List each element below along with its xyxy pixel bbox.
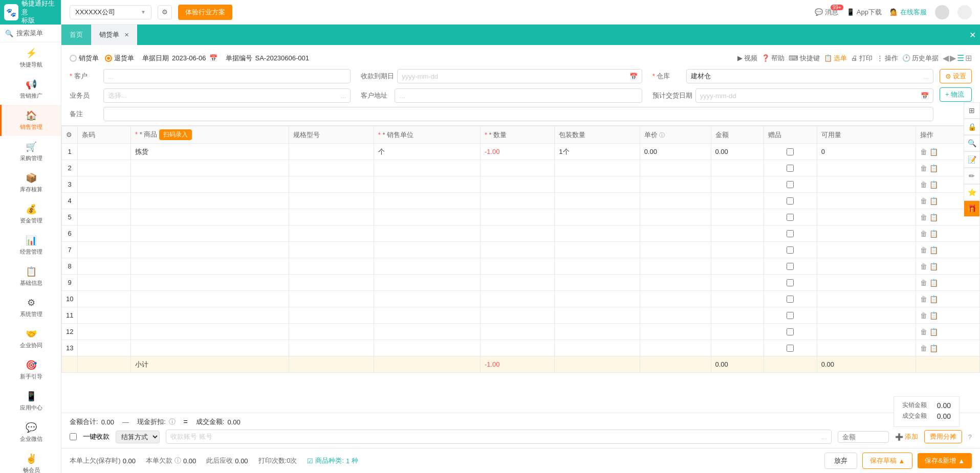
scan-button[interactable]: 扫码录入 xyxy=(159,129,192,140)
gift-checkbox-7[interactable] xyxy=(787,246,794,254)
gift-checkbox-9[interactable] xyxy=(787,279,794,286)
row-barcode-12[interactable] xyxy=(78,324,131,340)
close-tab-icon[interactable]: ✕ xyxy=(969,30,976,40)
gift-checkbox-1[interactable] xyxy=(787,148,794,155)
tab-home[interactable]: 首页 xyxy=(61,25,91,45)
tab-close-icon[interactable]: ✕ xyxy=(124,32,129,38)
calendar-icon3[interactable]: 📅 xyxy=(921,92,929,100)
save-draft-button[interactable]: 保存草稿 ▲ xyxy=(862,453,913,469)
row-barcode-13[interactable] xyxy=(78,340,131,356)
gift-checkbox-3[interactable] xyxy=(787,181,794,188)
row-qty-11[interactable] xyxy=(480,307,554,324)
expected-date-input[interactable]: yyyy-mm-dd 📅 xyxy=(695,88,933,103)
row-gift-7[interactable] xyxy=(764,242,817,258)
row-price-2[interactable] xyxy=(640,160,711,176)
row-gift-10[interactable] xyxy=(764,291,817,307)
sidebar-search[interactable]: 🔍 搜索菜单 xyxy=(0,25,61,42)
row-unit-6[interactable] xyxy=(374,226,480,242)
row-spec-13[interactable] xyxy=(289,340,374,356)
delete-row-6[interactable]: 🗑 xyxy=(920,230,927,238)
user-avatar[interactable] xyxy=(935,5,949,19)
row-unit-7[interactable] xyxy=(374,242,480,258)
goods-type[interactable]: ☑ 商品种类: 1 种 xyxy=(307,456,358,465)
row-pkg-qty-12[interactable] xyxy=(555,324,640,340)
row-barcode-11[interactable] xyxy=(78,307,131,324)
row-product-13[interactable] xyxy=(131,340,289,356)
row-amount-8[interactable] xyxy=(711,258,764,275)
row-amount-13[interactable] xyxy=(711,340,764,356)
operation-button[interactable]: ⋮ 操作 xyxy=(877,54,898,63)
row-gift-11[interactable] xyxy=(764,307,817,324)
row-spec-3[interactable] xyxy=(289,176,374,193)
row-barcode-3[interactable] xyxy=(78,176,131,193)
row-qty-13[interactable] xyxy=(480,340,554,356)
copy-row-13[interactable]: 📋 xyxy=(929,344,938,352)
row-price-10[interactable] xyxy=(640,291,711,307)
row-product-3[interactable] xyxy=(131,176,289,193)
row-unit-4[interactable] xyxy=(374,193,480,209)
float-btn-panel5[interactable]: ✏ xyxy=(964,168,980,184)
row-unit-10[interactable] xyxy=(374,291,480,307)
row-spec-11[interactable] xyxy=(289,307,374,324)
row-amount-6[interactable] xyxy=(711,226,764,242)
row-gift-13[interactable] xyxy=(764,340,817,356)
question-icon[interactable]: ⓘ xyxy=(169,417,176,426)
copy-row-12[interactable]: 📋 xyxy=(929,328,938,336)
row-unit-9[interactable] xyxy=(374,275,480,291)
row-barcode-6[interactable] xyxy=(78,226,131,242)
row-gift-5[interactable] xyxy=(764,209,817,226)
row-pkg-qty-8[interactable] xyxy=(555,258,640,275)
row-amount-4[interactable] xyxy=(711,193,764,209)
row-amount-7[interactable] xyxy=(711,242,764,258)
col-gear-header[interactable]: ⚙ xyxy=(62,126,78,144)
salesperson-input[interactable]: 选择... ... xyxy=(103,88,351,103)
row-gift-1[interactable] xyxy=(764,144,817,160)
copy-row-6[interactable]: 📋 xyxy=(929,230,938,238)
row-price-7[interactable] xyxy=(640,242,711,258)
row-spec-12[interactable] xyxy=(289,324,374,340)
row-gift-8[interactable] xyxy=(764,258,817,275)
history-button[interactable]: 🕐 历史单据 xyxy=(902,54,939,63)
calendar-icon[interactable]: 📅 xyxy=(209,54,217,62)
print-button[interactable]: 🖨 打印 xyxy=(851,54,873,63)
row-spec-8[interactable] xyxy=(289,258,374,275)
sidebar-item-business[interactable]: 📊经营管理 xyxy=(0,230,61,261)
row-pkg-qty-10[interactable] xyxy=(555,291,640,307)
delete-row-11[interactable]: 🗑 xyxy=(920,311,927,320)
fee-split-button[interactable]: 费用分摊 xyxy=(924,430,962,443)
gift-checkbox-4[interactable] xyxy=(787,197,794,205)
app-download-button[interactable]: 📱 App下载 xyxy=(846,8,882,17)
sidebar-item-quick-nav[interactable]: ⚡快捷导航 xyxy=(0,42,61,74)
copy-row-8[interactable]: 📋 xyxy=(929,262,938,271)
delete-row-12[interactable]: 🗑 xyxy=(920,328,927,336)
gift-checkbox-12[interactable] xyxy=(787,328,794,335)
row-barcode-8[interactable] xyxy=(78,258,131,275)
row-price-1[interactable]: 0.00 xyxy=(640,144,711,160)
row-qty-5[interactable] xyxy=(480,209,554,226)
row-qty-4[interactable] xyxy=(480,193,554,209)
delete-row-10[interactable]: 🗑 xyxy=(920,295,927,303)
row-barcode-5[interactable] xyxy=(78,209,131,226)
due-date-input[interactable]: yyyy-mm-dd 📅 xyxy=(397,69,642,83)
settings-button[interactable]: ⚙ 设置 xyxy=(940,69,972,83)
amount-input[interactable] xyxy=(838,431,889,443)
row-gift-6[interactable] xyxy=(764,226,817,242)
row-unit-1[interactable]: 个 xyxy=(374,144,480,160)
one-click-pay-checkbox[interactable] xyxy=(70,433,77,440)
copy-row-10[interactable]: 📋 xyxy=(929,295,938,303)
float-btn-panel2[interactable]: 🔒 xyxy=(964,119,980,135)
gift-checkbox-2[interactable] xyxy=(787,165,794,172)
logistics-button[interactable]: + 物流 xyxy=(940,87,972,102)
row-spec-10[interactable] xyxy=(289,291,374,307)
grid-view-icon[interactable]: ⊞ xyxy=(965,53,972,63)
row-product-9[interactable] xyxy=(131,275,289,291)
delete-row-4[interactable]: 🗑 xyxy=(920,197,927,205)
next-page-icon[interactable]: ▶ xyxy=(950,53,956,63)
row-pkg-qty-6[interactable] xyxy=(555,226,640,242)
row-barcode-10[interactable] xyxy=(78,291,131,307)
row-product-7[interactable] xyxy=(131,242,289,258)
row-price-11[interactable] xyxy=(640,307,711,324)
company-select[interactable]: XXXXXX公司 ▼ xyxy=(70,5,151,19)
calendar-icon2[interactable]: 📅 xyxy=(629,73,638,80)
row-product-1[interactable]: 拣货 xyxy=(131,144,289,160)
